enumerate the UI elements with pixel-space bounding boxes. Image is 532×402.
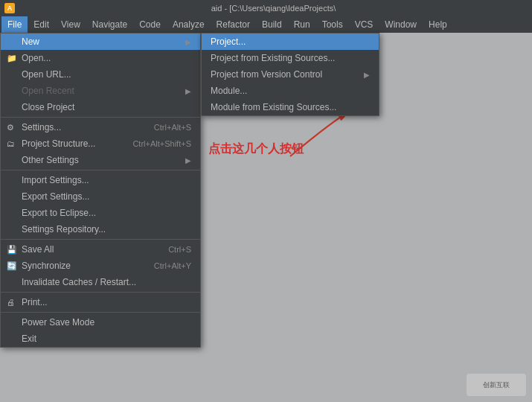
- menu-save-all[interactable]: 💾 Save All Ctrl+S: [1, 241, 200, 258]
- gear-icon: ⚙: [7, 123, 14, 133]
- menu-navigate[interactable]: Navigate: [86, 16, 133, 33]
- menu-invalidate[interactable]: Invalidate Caches / Restart...: [1, 274, 200, 290]
- menu-export-eclipse[interactable]: Export to Eclipse...: [1, 205, 200, 221]
- title-text: aid - [C:\Users\qiang\IdeaProjects\: [19, 4, 528, 13]
- title-bar: A aid - [C:\Users\qiang\IdeaProjects\: [0, 0, 532, 16]
- logo-text: 创新互联: [483, 380, 510, 390]
- print-icon: 🖨: [7, 298, 15, 307]
- file-dropdown: New ▶ 📁 Open... Open URL... Open Recent …: [0, 33, 201, 348]
- menu-new[interactable]: New ▶: [1, 34, 200, 50]
- app-icon: A: [4, 3, 15, 13]
- menu-run[interactable]: Run: [288, 16, 316, 33]
- menu-project-structure[interactable]: 🗂 Project Structure... Ctrl+Alt+Shift+S: [1, 135, 200, 152]
- menu-help[interactable]: Help: [423, 16, 453, 33]
- project-icon: 🗂: [7, 139, 15, 148]
- menu-print[interactable]: 🖨 Print...: [1, 294, 200, 310]
- folder-icon: 📁: [7, 54, 17, 63]
- menu-analyze[interactable]: Analyze: [167, 16, 211, 33]
- submenu-arrow-recent: ▶: [185, 87, 191, 95]
- menu-open-url[interactable]: Open URL...: [1, 66, 200, 83]
- menu-close-project[interactable]: Close Project: [1, 99, 200, 115]
- menu-other-settings[interactable]: Other Settings ▶: [1, 152, 200, 168]
- submenu-project-existing[interactable]: Project from Existing Sources...: [202, 50, 379, 66]
- menu-export-settings[interactable]: Export Settings...: [1, 188, 200, 205]
- menu-open[interactable]: 📁 Open...: [1, 50, 200, 66]
- menu-edit[interactable]: Edit: [28, 16, 55, 33]
- submenu-module[interactable]: Module...: [202, 83, 379, 99]
- menu-synchronize[interactable]: 🔄 Synchronize Ctrl+Alt+Y: [1, 258, 200, 274]
- menu-vcs[interactable]: VCS: [349, 16, 379, 33]
- menu-build[interactable]: Build: [256, 16, 288, 33]
- separator-4: [1, 292, 200, 293]
- menu-refactor[interactable]: Refactor: [211, 16, 256, 33]
- menu-bar: File Edit View Navigate Code Analyze Ref…: [0, 16, 532, 33]
- annotation-text: 点击这几个人按钮: [208, 141, 304, 157]
- submenu-module-existing[interactable]: Module from Existing Sources...: [202, 99, 379, 115]
- menu-settings[interactable]: ⚙ Settings... Ctrl+Alt+S: [1, 119, 200, 135]
- logo-watermark: 创新互联: [467, 374, 526, 396]
- save-icon: 💾: [7, 245, 17, 255]
- submenu-arrow-settings: ▶: [185, 156, 191, 165]
- menu-open-recent[interactable]: Open Recent ▶: [1, 83, 200, 99]
- submenu-project[interactable]: Project...: [202, 34, 379, 50]
- menu-file[interactable]: File: [1, 16, 28, 33]
- submenu-vcs-arrow: ▶: [364, 71, 370, 79]
- menu-view[interactable]: View: [55, 16, 86, 33]
- submenu-arrow: ▶: [185, 38, 191, 46]
- sync-icon: 🔄: [7, 261, 17, 271]
- menu-settings-repo[interactable]: Settings Repository...: [1, 221, 200, 237]
- menu-import-settings[interactable]: Import Settings...: [1, 172, 200, 188]
- menu-window[interactable]: Window: [379, 16, 423, 33]
- submenu-project-vcs[interactable]: Project from Version Control ▶: [202, 66, 379, 83]
- menu-exit[interactable]: Exit: [1, 331, 200, 347]
- separator-3: [1, 239, 200, 240]
- menu-code[interactable]: Code: [133, 16, 167, 33]
- menu-power-save[interactable]: Power Save Mode: [1, 314, 200, 331]
- separator-1: [1, 117, 200, 118]
- new-submenu: Project... Project from Existing Sources…: [201, 33, 379, 116]
- menu-tools[interactable]: Tools: [316, 16, 349, 33]
- separator-5: [1, 312, 200, 313]
- separator-2: [1, 170, 200, 170]
